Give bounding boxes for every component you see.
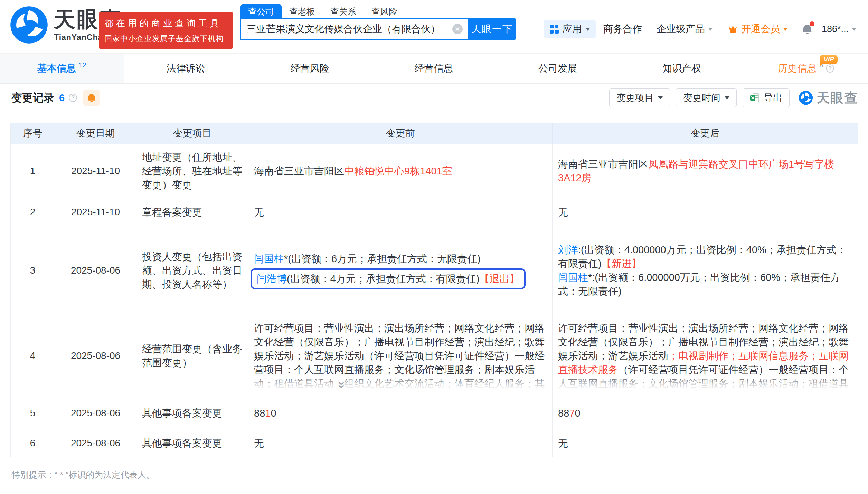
before-cell: 闫国柱*(出资额：6万元；承担责任方式：无限责任)闫浩博(出资额：4万元；承担责…: [248, 226, 553, 315]
cell-text: *:(出资额：6.000000万元；出资比例：60%；承担责任方式：无限责任): [558, 272, 840, 297]
tab-经营风险[interactable]: 经营风险: [248, 54, 372, 83]
search-tab-查公司[interactable]: 查公司: [240, 4, 282, 18]
column-header: 变更日期: [55, 123, 136, 144]
company-detail-tabs: 基本信息12法律诉讼经营风险经营信息公司发展知识产权历史信息3?VIP: [0, 53, 868, 84]
cell-paragraph: 海南省三亚市吉阳区中粮铂悦中心9栋1401室: [254, 164, 547, 178]
cell-paragraph: 8810: [254, 406, 547, 420]
change-item-text: 其他事项备案变更: [142, 406, 243, 420]
cell-paragraph: 无: [558, 436, 852, 450]
tab-法律诉讼[interactable]: 法律诉讼: [124, 54, 248, 83]
tianyancha-change-records-page: 天眼查 TianYanCha.com 都在用的商业查询工具 国家中小企业发展子基…: [0, 0, 868, 494]
user-account-menu[interactable]: 186*...: [822, 24, 857, 35]
after-cell: 无: [553, 429, 858, 457]
user-phone: 186*...: [822, 24, 849, 35]
search-tab-查风险[interactable]: 查风险: [364, 4, 405, 18]
before-cell: 许可经营项目：营业性演出；演出场所经营；网络文化经营；网络文化经营（仅限音乐）；…: [248, 315, 553, 397]
after-cell: 海南省三亚市吉阳区凤凰路与迎宾路交叉口中环广场1号写字楼3A12房: [553, 144, 858, 198]
change-item-text: 其他事项备案变更: [142, 436, 243, 450]
apps-menu[interactable]: 应用: [544, 20, 596, 38]
change-date: 2025-11-10: [55, 198, 136, 226]
export-button[interactable]: 导出: [743, 88, 790, 107]
tab-历史信息[interactable]: 历史信息3?VIP: [744, 54, 868, 83]
change-item-text: 经营范围变更（含业务范围变更）: [142, 342, 243, 370]
cell-text: 7: [569, 408, 575, 419]
help-icon[interactable]: ?: [826, 64, 834, 73]
tab-基本信息[interactable]: 基本信息12: [0, 54, 124, 83]
table-header-row: 序号变更日期变更项目变更前变更后: [11, 123, 858, 144]
tab-经营信息[interactable]: 经营信息: [372, 54, 496, 83]
cell-text: 无: [254, 207, 264, 218]
cell-paragraph: 许可经营项目：营业性演出；演出场所经营；网络文化经营；网络文化经营（仅限音乐）；…: [254, 321, 547, 390]
search-button[interactable]: 天眼一下: [468, 18, 516, 40]
promo-line2: 国家中小企业发展子基金旗下机构: [104, 34, 227, 44]
search-tab-查老板[interactable]: 查老板: [282, 4, 323, 18]
filter-change-time-button[interactable]: 变更时间: [676, 88, 737, 107]
change-date: 2025-08-06: [55, 397, 136, 429]
tianyancha-watermark: 天眼查: [799, 89, 858, 107]
notification-dot: [810, 21, 814, 26]
chevron-down-icon: [658, 96, 663, 99]
table-row: 32025-08-06投资人变更（包括出资额、出资方式、出资日期、投资人名称等）…: [11, 226, 858, 315]
subscribe-bell-button[interactable]: [83, 90, 100, 106]
cell-paragraph: 闫国柱*:(出资额：6.000000万元；出资比例：60%；承担责任方式：无限责…: [558, 270, 852, 298]
highlight-box: 闫浩博(出资额：4万元；承担责任方式：有限责任)【退出】: [251, 268, 526, 289]
faded-content: 许可经营项目：营业性演出；演出场所经营；网络文化经营；网络文化经营（仅限音乐）；…: [254, 321, 547, 390]
tab-公司发展[interactable]: 公司发展: [496, 54, 620, 83]
cell-paragraph: 闫国柱*(出资额：6万元；承担责任方式：无限责任): [254, 252, 547, 266]
top-navigation: 应用 商务合作 企业级产品 开通会员 186*...: [544, 19, 864, 39]
before-cell: 无: [248, 198, 553, 226]
cell-text: 无: [558, 438, 568, 449]
tab-知识产权[interactable]: 知识产权: [620, 54, 744, 83]
chevron-down-icon: [708, 28, 713, 31]
cell-text: 海南省三亚市吉阳区: [558, 159, 648, 170]
table-row: 22025-11-10章程备案变更无无: [11, 198, 858, 226]
table-row: 12025-11-10地址变更（住所地址、经营场所、驻在地址等变更）变更海南省三…: [11, 144, 858, 198]
cell-paragraph: 许可经营项目：营业性演出；演出场所经营；网络文化经营；网络文化经营（仅限音乐）；…: [558, 321, 852, 390]
cell-text: 无: [558, 207, 568, 218]
cell-text: 【退出】: [479, 273, 519, 284]
notifications-bell[interactable]: [802, 23, 813, 35]
table-row: 62025-08-06其他事项备案变更无无: [11, 429, 858, 457]
cell-text: 88: [558, 408, 569, 419]
tab-count: 12: [79, 61, 86, 69]
column-header: 变更前: [248, 123, 553, 144]
entity-link[interactable]: 刘洋: [558, 244, 578, 255]
after-cell: 许可经营项目：营业性演出；演出场所经营；网络文化经营；网络文化经营（仅限音乐）；…: [553, 315, 858, 397]
nav-divider: [596, 23, 596, 35]
change-date: 2025-11-10: [55, 144, 136, 198]
entity-link[interactable]: 闫国柱: [558, 272, 588, 283]
section-title: 变更记录: [11, 91, 54, 105]
expand-rows-chevron-icon[interactable]: »: [336, 381, 348, 388]
column-header: 变更后: [553, 123, 858, 144]
before-cell: 海南省三亚市吉阳区中粮铂悦中心9栋1401室: [248, 144, 553, 198]
tab-label: 经营信息: [414, 62, 453, 75]
nav-divider: [720, 23, 720, 35]
cell-text: 0: [575, 408, 580, 419]
section-count: 6: [59, 92, 65, 104]
after-cell: 8870: [553, 397, 858, 429]
before-cell: 无: [248, 429, 553, 457]
nav-enterprise-products[interactable]: 企业级产品: [657, 22, 713, 36]
promo-line1: 都在用的商业查询工具: [104, 17, 227, 29]
help-icon[interactable]: ?: [69, 94, 77, 102]
entity-link[interactable]: 闫国柱: [254, 253, 284, 264]
nav-open-membership[interactable]: 开通会员: [728, 22, 788, 36]
cell-paragraph: 无: [254, 205, 547, 219]
bell-icon: [87, 93, 96, 103]
cell-paragraph: 无: [254, 436, 547, 450]
change-item: 章程备案变更: [136, 198, 248, 226]
nav-business-cooperation[interactable]: 商务合作: [603, 22, 642, 36]
cell-text: 无: [254, 438, 264, 449]
filter-change-item-button[interactable]: 变更项目: [609, 88, 670, 107]
search-tabs: 查公司查老板查关系查风险: [240, 4, 516, 18]
legal-representative-note: 特别提示：“ * ”标识的为法定代表人。: [11, 469, 155, 481]
cell-paragraph: 无: [558, 205, 852, 219]
search-input[interactable]: 三亚芒果演义文化传媒合伙企业（有限合伙） ✕: [240, 18, 468, 40]
cell-text: 许可经营项目：营业性演出；演出场所经营；网络文化经营；网络文化经营（仅限音乐）；…: [254, 323, 545, 390]
entity-link[interactable]: 闫浩博: [257, 273, 287, 284]
row-number: 1: [11, 144, 55, 198]
change-item: 其他事项备案变更: [136, 397, 248, 429]
search-tab-查关系[interactable]: 查关系: [323, 4, 364, 18]
clear-search-icon[interactable]: ✕: [452, 24, 463, 34]
cell-text: (出资额：4万元；承担责任方式：有限责任): [287, 273, 479, 284]
